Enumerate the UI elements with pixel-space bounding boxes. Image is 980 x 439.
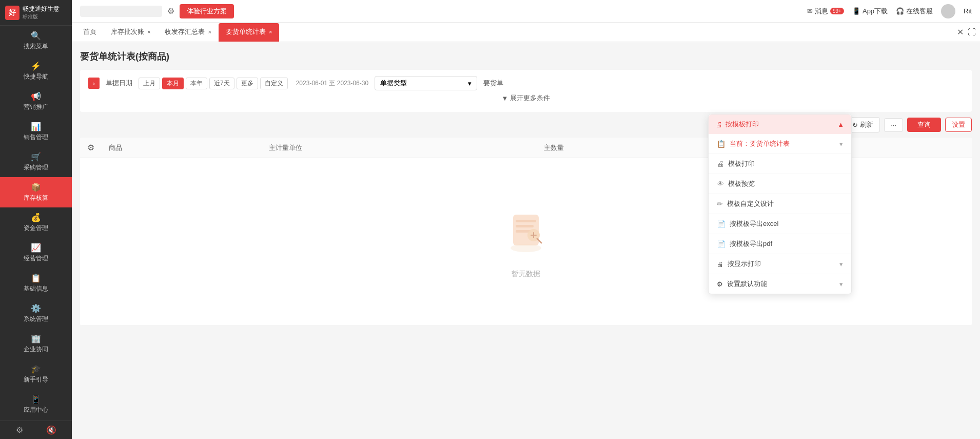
- display-print-arrow: ▾: [839, 260, 843, 268]
- page-content: 要货单统计表(按商品) › 单据日期 上月 本月 本年 近7天 更多 自定义 2…: [72, 42, 980, 439]
- header-left: ⚙ 体验行业方案: [80, 4, 234, 18]
- filter-expand-icon[interactable]: ›: [88, 78, 100, 89]
- header-right: ✉ 消息 99+ 📱 App下载 🎧 在线客服 Rit: [807, 4, 972, 18]
- expand-conditions-button[interactable]: ▼ 展开更多条件: [502, 93, 551, 103]
- date-btn-7days[interactable]: 近7天: [209, 78, 234, 89]
- template-print-icon: 🖨: [717, 160, 724, 168]
- app-center-icon: 📱: [31, 394, 41, 404]
- sales-icon: 📊: [31, 122, 41, 131]
- filter-area: › 单据日期 上月 本月 本年 近7天 更多 自定义 2023-06-01 至 …: [80, 70, 972, 112]
- dropdown-chevron-icon[interactable]: ▲: [837, 121, 844, 128]
- date-range: 2023-06-01 至 2023-06-30: [296, 79, 368, 88]
- type-select[interactable]: 单据类型 ▾: [375, 76, 477, 90]
- col-product: 商品: [102, 138, 262, 158]
- svg-rect-2: [516, 220, 536, 222]
- page-title: 要货单统计表(按商品): [80, 50, 972, 63]
- sidebar-item-search[interactable]: 🔍 搜索菜单: [0, 26, 72, 56]
- date-btn-more[interactable]: 更多: [237, 78, 258, 89]
- sidebar-item-quick-nav[interactable]: ⚡ 快捷导航: [0, 56, 72, 86]
- date-btn-this-month[interactable]: 本月: [162, 78, 184, 89]
- tab-close-requisition-stats[interactable]: ×: [269, 29, 272, 35]
- tab-inventory-batch[interactable]: 库存批次账 ×: [104, 23, 158, 42]
- sidebar-item-app-center[interactable]: 📱 应用中心: [0, 389, 72, 419]
- header-gear-icon[interactable]: ⚙: [167, 6, 174, 16]
- dropdown-template-custom[interactable]: ✏ 模板自定义设计: [709, 194, 851, 214]
- date-label: 单据日期: [106, 79, 132, 88]
- message-action[interactable]: ✉ 消息 99+: [807, 7, 844, 16]
- service-icon: 🎧: [896, 7, 904, 15]
- date-shortcuts: 上月 本月 本年 近7天 更多 自定义: [139, 78, 288, 89]
- date-btn-last-month[interactable]: 上月: [139, 78, 160, 89]
- tab-requisition-stats[interactable]: 要货单统计表 ×: [219, 23, 279, 42]
- more-button[interactable]: ···: [884, 118, 903, 132]
- date-btn-this-year[interactable]: 本年: [186, 78, 207, 89]
- avatar[interactable]: [941, 4, 955, 18]
- filter-row: › 单据日期 上月 本月 本年 近7天 更多 自定义 2023-06-01 至 …: [88, 76, 964, 90]
- dropdown-header-left: 🖨 按模板打印: [716, 120, 759, 129]
- tab-bar-actions: ✕ ⛶: [957, 27, 976, 37]
- tab-receivable-summary[interactable]: 收发存汇总表 ×: [158, 23, 218, 42]
- date-btn-custom[interactable]: 自定义: [260, 78, 288, 89]
- sidebar-item-sales[interactable]: 📊 销售管理: [0, 117, 72, 147]
- dropdown-template-print[interactable]: 🖨 模板打印: [709, 154, 851, 174]
- sidebar-item-basic-info[interactable]: 📋 基础信息: [0, 268, 72, 298]
- quick-nav-icon: ⚡: [31, 61, 41, 71]
- dropdown-menu: 🖨 按模板打印 ▲ 📋 当前：要货单统计表 ▾ 🖨 模板打印 👁 模板预览 ✏: [708, 114, 852, 294]
- col-settings: ⚙: [80, 138, 102, 158]
- empty-text: 暂无数据: [512, 270, 540, 279]
- marketing-icon: 📢: [31, 91, 41, 101]
- sidebar-item-marketing[interactable]: 📢 营销推广: [0, 86, 72, 117]
- system-icon: ⚙️: [31, 303, 41, 313]
- app-download-icon: 📱: [852, 7, 860, 15]
- search-icon: 🔍: [31, 31, 41, 41]
- logo-icon: 好: [5, 6, 19, 20]
- breadcrumb-input[interactable]: [80, 6, 162, 17]
- sidebar-item-guide[interactable]: 🎓 新手引导: [0, 359, 72, 389]
- online-service-action[interactable]: 🎧 在线客服: [896, 7, 933, 16]
- set-default-arrow: ▾: [839, 280, 843, 288]
- sidebar-item-operations[interactable]: 📈 经营管理: [0, 238, 72, 268]
- dropdown-header: 🖨 按模板打印 ▲: [709, 114, 851, 134]
- svg-rect-3: [516, 225, 534, 227]
- trial-button[interactable]: 体验行业方案: [180, 4, 234, 18]
- settings-button[interactable]: 设置: [945, 118, 972, 132]
- sidebar-item-system[interactable]: ⚙️ 系统管理: [0, 298, 72, 329]
- dropdown-export-pdf[interactable]: 📄 按模板导出pdf: [709, 234, 851, 254]
- tab-close-all-button[interactable]: ✕: [957, 27, 964, 37]
- operations-icon: 📈: [31, 243, 41, 253]
- template-preview-icon: 👁: [717, 180, 724, 188]
- query-button[interactable]: 查询: [907, 118, 941, 132]
- col-unit: 主计量单位: [262, 138, 537, 158]
- column-settings-button[interactable]: ⚙: [87, 143, 94, 152]
- dropdown-template-preview[interactable]: 👁 模板预览: [709, 174, 851, 194]
- settings-icon[interactable]: ⚙: [16, 425, 23, 435]
- sidebar-bottom: ⚙ 🔇: [0, 421, 72, 439]
- tab-close-receivable-summary[interactable]: ×: [208, 29, 211, 35]
- tab-close-inventory-batch[interactable]: ×: [147, 29, 150, 35]
- dropdown-set-default[interactable]: ⚙ 设置默认功能 ▾: [709, 274, 851, 294]
- guide-icon: 🎓: [31, 364, 41, 374]
- tab-home[interactable]: 首页: [76, 23, 104, 42]
- sidebar-item-purchase[interactable]: 🛒 采购管理: [0, 147, 72, 177]
- sidebar-item-enterprise[interactable]: 🏢 企业协同: [0, 329, 72, 359]
- expand-row: ▼ 展开更多条件: [88, 90, 964, 106]
- set-default-icon: ⚙: [717, 280, 723, 288]
- tab-maximize-button[interactable]: ⛶: [968, 28, 976, 37]
- dropdown-display-print[interactable]: 🖨 按显示打印 ▾: [709, 254, 851, 274]
- dropdown-export-excel[interactable]: 📄 按模板导出excel: [709, 214, 851, 234]
- col-quantity: 主数量: [537, 138, 735, 158]
- inventory-icon: 📦: [31, 182, 41, 192]
- sidebar-item-finance[interactable]: 💰 资金管理: [0, 207, 72, 238]
- template-custom-icon: ✏: [717, 200, 723, 208]
- message-badge: 99+: [830, 8, 844, 14]
- sidebar-logo: 好 畅捷通好生意 标准版: [0, 0, 72, 26]
- tab-bar: 首页 库存批次账 × 收发存汇总表 × 要货单统计表 × ✕ ⛶: [72, 23, 980, 42]
- refresh-icon: ↻: [852, 121, 858, 129]
- sidebar-item-inventory[interactable]: 📦 库存核算: [0, 177, 72, 207]
- current-template-icon: 📋: [717, 140, 726, 148]
- dropdown-current-template[interactable]: 📋 当前：要货单统计表 ▾: [709, 134, 851, 154]
- app-download-action[interactable]: 📱 App下载: [852, 7, 888, 16]
- requisition-label: 要货单: [483, 79, 503, 88]
- mute-icon[interactable]: 🔇: [46, 425, 56, 435]
- message-icon: ✉: [807, 7, 813, 15]
